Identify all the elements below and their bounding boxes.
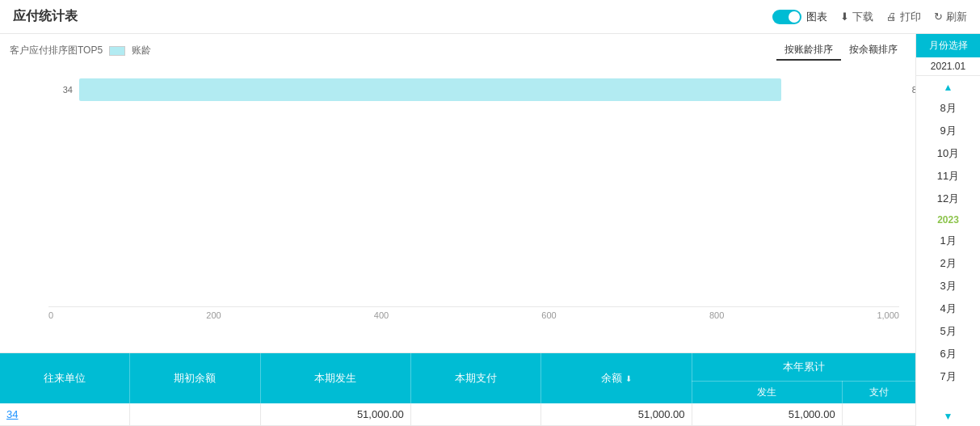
col-unit: 往来单位 xyxy=(0,353,129,403)
chart-toggle-wrap[interactable]: 图表 xyxy=(772,10,827,24)
sub-col-occurrence: 发生 xyxy=(692,382,842,404)
sidebar-up-button[interactable] xyxy=(916,76,980,97)
x-axis-800: 800 xyxy=(709,310,724,320)
chart-toggle[interactable] xyxy=(772,10,801,24)
chart-legend: 客户应付排序图TOP5 账龄 xyxy=(10,44,151,57)
sidebar-month-4[interactable]: 4月 xyxy=(916,297,980,320)
sidebar-month-10[interactable]: 10月 xyxy=(916,142,980,165)
cell-opening xyxy=(129,403,260,426)
sort-tab-age[interactable]: 按账龄排序 xyxy=(776,40,841,61)
col-ytd: 本年累计 xyxy=(692,353,915,382)
legend-box xyxy=(109,46,125,56)
download-icon: ⬇ xyxy=(840,11,849,23)
sidebar-header: 月份选择 xyxy=(916,34,980,57)
col-occurrence: 本期发生 xyxy=(260,353,410,403)
print-icon: 🖨 xyxy=(886,11,897,23)
col-balance: 余额 ⬇ xyxy=(541,353,692,403)
refresh-button[interactable]: ↻ 刷新 xyxy=(934,10,967,24)
cell-unit[interactable]: 34 xyxy=(0,403,129,426)
chart-legend-title: 客户应付排序图TOP5 xyxy=(10,44,103,57)
sort-tabs: 按账龄排序 按余额排序 xyxy=(776,40,906,61)
download-label: 下载 xyxy=(852,10,873,24)
cell-balance: 51,000.00 xyxy=(541,403,692,426)
chart-bar-value: 856天 xyxy=(912,84,915,96)
print-button[interactable]: 🖨 打印 xyxy=(886,10,921,24)
sidebar: 月份选择 2021.01 8月 9月 10月 11月 12月 2023 1月 2… xyxy=(915,34,980,426)
sidebar-months: 8月 9月 10月 11月 12月 2023 1月 2月 3月 4月 5月 6月… xyxy=(916,97,980,405)
sidebar-month-3[interactable]: 3月 xyxy=(916,275,980,297)
x-axis: 0 200 400 600 800 1,000 xyxy=(48,306,899,320)
sidebar-current-value: 2021.01 xyxy=(916,57,980,76)
sidebar-month-11[interactable]: 11月 xyxy=(916,165,980,188)
refresh-label: 刷新 xyxy=(946,10,967,24)
chart-header: 客户应付排序图TOP5 账龄 按账龄排序 按余额排序 xyxy=(0,34,915,67)
table-header-row: 往来单位 期初余额 本期发生 本期支付 余额 ⬇ 本年累计 xyxy=(0,353,915,382)
chevron-up-icon xyxy=(944,79,953,94)
chart-toggle-label: 图表 xyxy=(806,10,827,24)
sidebar-month-6[interactable]: 6月 xyxy=(916,343,980,365)
chart-bar xyxy=(79,78,781,101)
chart-bar-wrap: 856天 xyxy=(79,78,899,101)
x-axis-1000: 1,000 xyxy=(877,310,899,320)
sidebar-month-1[interactable]: 1月 xyxy=(916,230,980,252)
refresh-icon: ↻ xyxy=(934,11,943,23)
sidebar-year-2023: 2023 xyxy=(916,210,980,230)
sidebar-month-2[interactable]: 2月 xyxy=(916,252,980,275)
col-payment: 本期支付 xyxy=(410,353,541,403)
sub-col-payment: 支付 xyxy=(842,382,915,404)
sidebar-month-9[interactable]: 9月 xyxy=(916,120,980,142)
table-row: 34 51,000.00 51,000.00 51,000.00 xyxy=(0,403,915,426)
print-label: 打印 xyxy=(900,10,921,24)
table-wrap: 往来单位 期初余额 本期发生 本期支付 余额 ⬇ 本年累计 发生 xyxy=(0,352,915,426)
x-axis-600: 600 xyxy=(541,310,556,320)
sort-tab-balance[interactable]: 按余额排序 xyxy=(841,40,906,61)
chart-legend-box-label: 账龄 xyxy=(132,44,151,57)
cell-ytd-payment xyxy=(842,403,915,426)
download-button[interactable]: ⬇ 下载 xyxy=(840,10,873,24)
chart-row: 34 856天 xyxy=(48,78,899,101)
cell-occurrence: 51,000.00 xyxy=(260,403,410,426)
sidebar-month-7[interactable]: 7月 xyxy=(916,365,980,388)
sidebar-month-5[interactable]: 5月 xyxy=(916,320,980,343)
col-opening: 期初余额 xyxy=(129,353,260,403)
data-table: 往来单位 期初余额 本期发生 本期支付 余额 ⬇ 本年累计 发生 xyxy=(0,353,915,426)
cell-ytd-occurrence: 51,000.00 xyxy=(692,403,842,426)
header-actions: 图表 ⬇ 下载 🖨 打印 ↻ 刷新 xyxy=(772,10,967,24)
page-title: 应付统计表 xyxy=(13,8,78,25)
chevron-down-icon xyxy=(944,408,953,423)
x-axis-0: 0 xyxy=(48,310,53,320)
chart-row-label: 34 xyxy=(48,85,73,95)
sidebar-down-button[interactable] xyxy=(916,405,980,426)
x-axis-200: 200 xyxy=(206,310,221,320)
sidebar-month-8[interactable]: 8月 xyxy=(916,97,980,120)
bar-chart: 34 856天 0 200 400 600 800 1,000 xyxy=(0,67,915,352)
cell-payment xyxy=(410,403,541,426)
sidebar-month-12[interactable]: 12月 xyxy=(916,188,980,210)
x-axis-400: 400 xyxy=(374,310,389,320)
